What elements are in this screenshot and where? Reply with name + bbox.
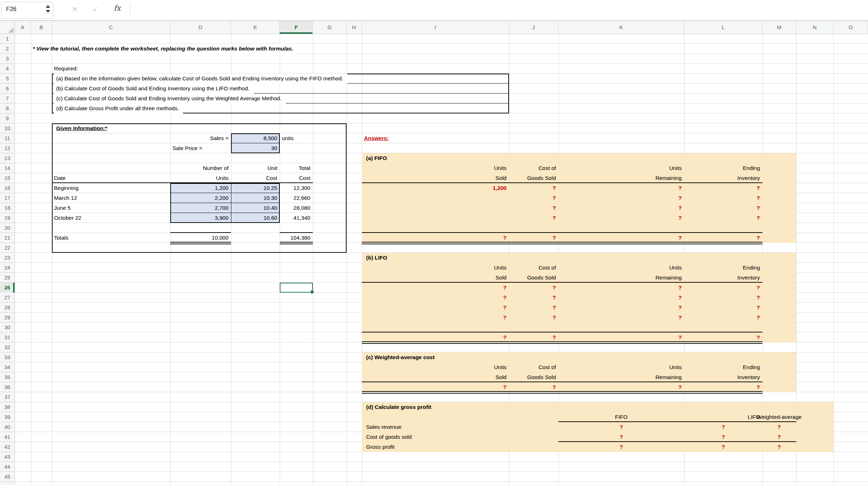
cell-required-title[interactable]: Required: <box>52 64 170 74</box>
fifo-hdr-remaining[interactable]: Remaining <box>558 173 684 183</box>
fifo-r3-ending[interactable]: ? <box>684 213 762 223</box>
weighted-hdr-ending[interactable]: Ending <box>684 362 762 372</box>
active-cell-selection[interactable] <box>280 283 313 293</box>
row-header-41[interactable]: 41 <box>0 432 15 442</box>
row-header-2[interactable]: 2 <box>0 44 15 54</box>
weighted-units-sold[interactable]: ? <box>362 382 509 392</box>
lifo-r1-cogs[interactable]: ? <box>509 293 558 303</box>
row-header-18[interactable]: 18 <box>0 203 15 213</box>
cancel-icon[interactable]: ✕ <box>72 5 78 14</box>
column-header-G[interactable]: G <box>313 21 347 34</box>
lifo-total-remaining[interactable]: ? <box>558 332 684 342</box>
lifo-total-cogs[interactable]: ? <box>509 332 558 342</box>
lifo-title[interactable]: (b) LIFO <box>364 253 387 263</box>
lifo-total-units-sold[interactable]: ? <box>362 332 509 342</box>
cell-date-3[interactable]: October 22 <box>52 213 170 223</box>
weighted-hdr-units[interactable]: Units <box>362 362 509 372</box>
column-header-A[interactable]: A <box>15 21 31 34</box>
spinner-down-icon[interactable] <box>46 10 50 13</box>
gp-label-cogs[interactable]: Cost of goods sold <box>364 432 412 442</box>
fifo-hdr-cost-of[interactable]: Cost of <box>509 163 558 173</box>
lifo-hdr-units[interactable]: Units <box>362 263 509 273</box>
cell-totals-units[interactable]: 10,000 <box>170 233 231 243</box>
gp-label-sales-revenue[interactable]: Sales revenue <box>364 422 401 432</box>
col-header-units[interactable]: Units <box>170 173 231 183</box>
fifo-hdr-units[interactable]: Units <box>362 163 509 173</box>
fifo-r3-remaining[interactable]: ? <box>558 213 684 223</box>
row-header-39[interactable]: 39 <box>0 412 15 422</box>
lifo-r0-ending[interactable]: ? <box>684 283 762 293</box>
column-header-I[interactable]: I <box>362 21 509 34</box>
row-header-7[interactable]: 7 <box>0 94 15 103</box>
row-header-40[interactable]: 40 <box>0 422 15 432</box>
cell-sale-price-label[interactable]: Sale Price = <box>170 143 231 153</box>
row-header-26[interactable]: 26 <box>0 283 15 293</box>
row-header-16[interactable]: 16 <box>0 183 15 193</box>
row-header-22[interactable]: 22 <box>0 243 15 253</box>
gp-sales-fifo[interactable]: ? <box>620 422 623 432</box>
fifo-title[interactable]: (a) FIFO <box>364 153 387 163</box>
fifo-r0-remaining[interactable]: ? <box>558 183 684 193</box>
fifo-r2-remaining[interactable]: ? <box>558 203 684 213</box>
fifo-r2-cogs[interactable]: ? <box>509 203 558 213</box>
lifo-r2-remaining[interactable]: ? <box>558 303 684 313</box>
lifo-hdr-cost-of[interactable]: Cost of <box>509 263 558 273</box>
gp-gross-wavg[interactable]: ? <box>777 442 781 452</box>
fifo-total-remaining[interactable]: ? <box>558 233 684 243</box>
gp-gross-lifo[interactable]: ? <box>722 442 725 452</box>
function-icon[interactable]: fx <box>114 4 121 12</box>
cell-required-item-b[interactable]: (b) Calculate Cost of Goods Sold and End… <box>54 84 254 94</box>
gp-cogs-wavg[interactable]: ? <box>777 432 781 442</box>
row-header-11[interactable]: 11 <box>0 133 15 143</box>
row-header-36[interactable]: 36 <box>0 382 15 392</box>
cell-answers-title[interactable]: Answers: <box>362 133 389 143</box>
lifo-hdr-remaining[interactable]: Remaining <box>558 273 684 283</box>
row-header-19[interactable]: 19 <box>0 213 15 223</box>
cell-required-item-a[interactable]: (a) Based on the information given below… <box>54 74 347 84</box>
lifo-hdr-ending[interactable]: Ending <box>684 263 762 273</box>
row-header-44[interactable]: 44 <box>0 462 15 472</box>
gp-label-gross-profit[interactable]: Gross profit <box>364 442 395 452</box>
lifo-r3-units-sold[interactable]: ? <box>362 313 509 323</box>
weighted-hdr-cost-of[interactable]: Cost of <box>509 362 558 372</box>
weighted-hdr-goods-sold[interactable]: Goods Sold <box>509 372 558 382</box>
column-header-H[interactable]: H <box>347 21 362 34</box>
cell-unitcost-0[interactable]: 10.25 <box>231 183 280 193</box>
cell-sales-value[interactable]: 8,500 <box>231 133 280 143</box>
cell-sales-label[interactable]: Sales = <box>170 133 231 143</box>
cell-units-0[interactable]: 1,200 <box>170 183 231 193</box>
cell-date-2[interactable]: June 5 <box>52 203 170 213</box>
lifo-r2-units-sold[interactable]: ? <box>362 303 509 313</box>
fifo-r1-remaining[interactable]: ? <box>558 193 684 203</box>
col-header-unit[interactable]: Unit <box>231 163 280 173</box>
formula-input[interactable] <box>135 0 868 20</box>
cell-sales-units[interactable]: units <box>280 133 313 143</box>
fifo-r3-cogs[interactable]: ? <box>509 213 558 223</box>
column-header-L[interactable]: L <box>684 21 762 34</box>
fifo-hdr-goods-sold[interactable]: Goods Sold <box>509 173 558 183</box>
name-box-spinner[interactable] <box>46 5 50 16</box>
col-header-date[interactable]: Date <box>52 173 170 183</box>
cell-required-item-d[interactable]: (d) Calculate Gross Profit under all thr… <box>54 103 183 113</box>
column-header-N[interactable]: N <box>796 21 834 34</box>
fifo-total-ending[interactable]: ? <box>684 233 762 243</box>
lifo-hdr-sold[interactable]: Sold <box>362 273 509 283</box>
gp-sales-lifo[interactable]: ? <box>722 422 725 432</box>
row-header-29[interactable]: 29 <box>0 313 15 323</box>
col-header-cost[interactable]: Cost <box>231 173 280 183</box>
gp-cogs-fifo[interactable]: ? <box>620 432 623 442</box>
row-header-25[interactable]: 25 <box>0 273 15 283</box>
fifo-r1-cogs[interactable]: ? <box>509 193 558 203</box>
fill-handle[interactable] <box>310 290 314 294</box>
gp-cogs-lifo[interactable]: ? <box>722 432 725 442</box>
row-header-27[interactable]: 27 <box>0 293 15 303</box>
cell-units-3[interactable]: 3,900 <box>170 213 231 223</box>
row-header-14[interactable]: 14 <box>0 163 15 173</box>
row-header-35[interactable]: 35 <box>0 372 15 382</box>
column-header-F[interactable]: F <box>280 21 313 34</box>
fifo-r1-ending[interactable]: ? <box>684 193 762 203</box>
row-header-3[interactable]: 3 <box>0 54 15 64</box>
col-header-cost2[interactable]: Cost <box>280 173 313 183</box>
gp-gross-fifo[interactable]: ? <box>620 442 623 452</box>
row-header-17[interactable]: 17 <box>0 193 15 203</box>
